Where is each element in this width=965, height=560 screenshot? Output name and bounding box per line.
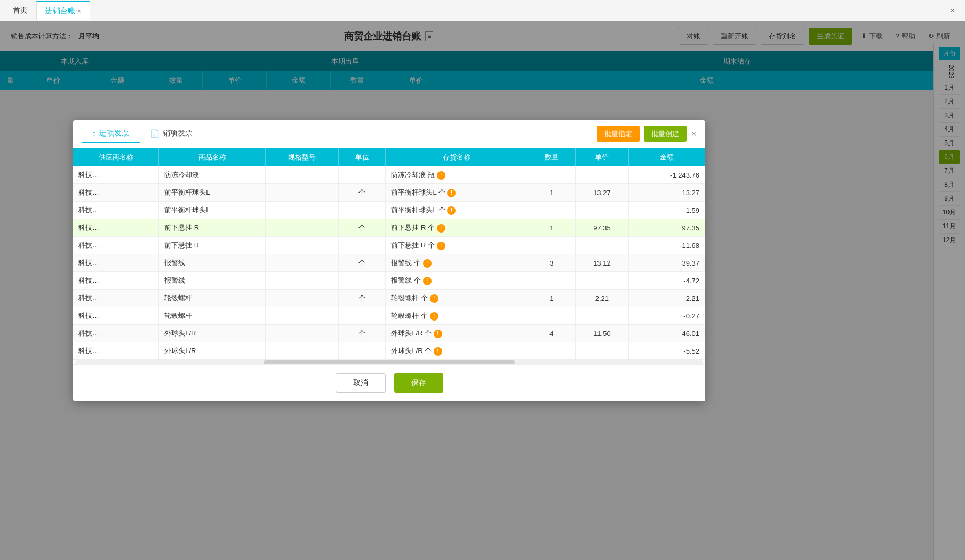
table-cell: 报警线 <box>159 254 266 272</box>
table-cell <box>528 166 575 184</box>
table-cell <box>265 290 338 307</box>
table-cell <box>575 237 629 254</box>
table-row[interactable]: 科技…外球头L/R外球头L/R 个 !-5.52 <box>73 342 705 360</box>
table-cell: 97.35 <box>575 219 629 237</box>
home-tab-label: 首页 <box>13 6 28 15</box>
tab-close-icon[interactable]: × <box>77 7 81 15</box>
table-cell <box>528 202 575 219</box>
save-button[interactable]: 保存 <box>394 373 443 393</box>
table-cell: 前平衡杆球头L <box>159 202 266 219</box>
table-cell: 前下悬挂 R 个 ! <box>386 219 528 237</box>
table-cell: -11.68 <box>629 237 705 254</box>
table-cell <box>575 166 629 184</box>
modal-close-button[interactable]: × <box>691 129 697 140</box>
table-cell: 个 <box>339 325 386 342</box>
table-cell: -1.59 <box>629 202 705 219</box>
warning-icon: ! <box>434 347 442 356</box>
table-cell <box>575 342 629 360</box>
warning-icon: ! <box>437 171 445 180</box>
home-tab[interactable]: 首页 <box>4 2 36 20</box>
table-cell: -5.52 <box>629 342 705 360</box>
batch-create-button[interactable]: 批量创建 <box>644 126 687 142</box>
table-cell: 前下悬挂 R <box>159 219 266 237</box>
table-cell <box>575 202 629 219</box>
table-cell: 前平衡杆球头L <box>159 184 266 202</box>
table-cell: 13.12 <box>575 254 629 272</box>
modal-tabs: ↕ 进项发票 📄 销项发票 <box>82 124 203 143</box>
table-cell <box>265 342 338 360</box>
col-product: 商品名称 <box>159 148 266 166</box>
table-row[interactable]: 科技…报警线个报警线 个 !313.1239.37 <box>73 254 705 272</box>
table-cell: 97.35 <box>629 219 705 237</box>
table-cell: 科技… <box>73 342 159 360</box>
warning-icon: ! <box>437 242 445 250</box>
table-cell: 前平衡杆球头L 个 ! <box>386 184 528 202</box>
table-cell <box>528 272 575 290</box>
table-cell <box>265 219 338 237</box>
table-cell: -4.72 <box>629 272 705 290</box>
table-cell: 11.50 <box>575 325 629 342</box>
table-cell: 13.27 <box>629 184 705 202</box>
active-tab-label: 进销台账 <box>45 6 75 16</box>
table-cell: 2.21 <box>575 290 629 307</box>
table-cell: 外球头L/R 个 ! <box>386 325 528 342</box>
table-cell: 4 <box>528 325 575 342</box>
col-unit: 单位 <box>339 148 386 166</box>
col-supplier: 供应商名称 <box>73 148 159 166</box>
table-cell <box>265 325 338 342</box>
table-cell: 46.01 <box>629 325 705 342</box>
invoice-modal: ↕ 进项发票 📄 销项发票 批量指定 批量创建 × 供应商名称 <box>73 120 705 401</box>
active-tab[interactable]: 进销台账 × <box>36 1 90 20</box>
table-row[interactable]: 科技…前下悬挂 R个前下悬挂 R 个 !197.3597.35 <box>73 219 705 237</box>
table-row[interactable]: 科技…前下悬挂 R前下悬挂 R 个 !-11.68 <box>73 237 705 254</box>
table-cell: 科技… <box>73 219 159 237</box>
tab-outgoing-invoice[interactable]: 📄 销项发票 <box>140 124 203 143</box>
table-cell: 个 <box>339 290 386 307</box>
table-cell: 科技… <box>73 325 159 342</box>
cancel-button[interactable]: 取消 <box>336 373 386 393</box>
table-cell: 防冻冷却液 <box>159 166 266 184</box>
table-cell: 个 <box>339 254 386 272</box>
warning-icon: ! <box>434 330 442 338</box>
table-cell: 轮毂螺杆 <box>159 290 266 307</box>
tab-outgoing-label: 销项发票 <box>163 129 193 138</box>
warning-icon: ! <box>437 224 445 233</box>
table-cell: 2.21 <box>629 290 705 307</box>
col-stock-name: 存货名称 <box>386 148 528 166</box>
table-cell: 科技… <box>73 254 159 272</box>
table-cell: 科技… <box>73 307 159 325</box>
table-cell: 个 <box>339 184 386 202</box>
top-nav: 首页 进销台账 × × <box>0 0 965 21</box>
table-cell <box>339 272 386 290</box>
table-row[interactable]: 科技…防冻冷却液防冻冷却液 瓶 !-1,243.76 <box>73 166 705 184</box>
tab-incoming-invoice[interactable]: ↕ 进项发票 <box>82 124 140 143</box>
table-cell: 科技… <box>73 184 159 202</box>
window-close-button[interactable]: × <box>945 3 961 19</box>
table-cell: 个 <box>339 219 386 237</box>
table-cell: 前下悬挂 R <box>159 237 266 254</box>
table-cell: 科技… <box>73 272 159 290</box>
table-cell: 轮毂螺杆 个 ! <box>386 290 528 307</box>
table-row[interactable]: 科技…报警线报警线 个 !-4.72 <box>73 272 705 290</box>
table-cell: 轮毂螺杆 <box>159 307 266 325</box>
invoice-table: 供应商名称 商品名称 规格型号 单位 存货名称 数量 单价 金额 科技…防冻冷却… <box>73 148 705 360</box>
table-cell: 报警线 个 ! <box>386 272 528 290</box>
table-cell <box>265 166 338 184</box>
table-cell <box>575 272 629 290</box>
table-cell <box>265 202 338 219</box>
table-cell: -1,243.76 <box>629 166 705 184</box>
table-cell <box>339 166 386 184</box>
modal-table-wrapper[interactable]: 供应商名称 商品名称 规格型号 单位 存货名称 数量 单价 金额 科技…防冻冷却… <box>73 148 705 360</box>
table-row[interactable]: 科技…轮毂螺杆轮毂螺杆 个 !-0.27 <box>73 307 705 325</box>
table-cell <box>528 307 575 325</box>
table-row[interactable]: 科技…前平衡杆球头L前平衡杆球头L 个 !-1.59 <box>73 202 705 219</box>
warning-icon: ! <box>447 189 456 197</box>
warning-icon: ! <box>447 206 456 215</box>
col-qty-h: 数量 <box>528 148 575 166</box>
table-row[interactable]: 科技…外球头L/R个外球头L/R 个 !411.5046.01 <box>73 325 705 342</box>
table-cell <box>265 307 338 325</box>
table-row[interactable]: 科技…轮毂螺杆个轮毂螺杆 个 !12.212.21 <box>73 290 705 307</box>
batch-assign-button[interactable]: 批量指定 <box>597 126 640 142</box>
table-row[interactable]: 科技…前平衡杆球头L个前平衡杆球头L 个 !113.2713.27 <box>73 184 705 202</box>
table-cell <box>265 254 338 272</box>
